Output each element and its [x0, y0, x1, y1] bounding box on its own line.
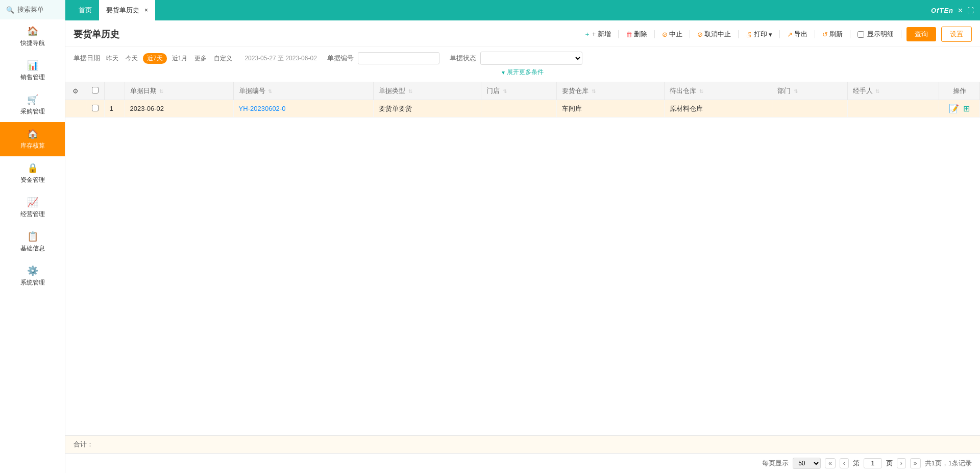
tab-requisition-history[interactable]: 要货单历史 ×	[99, 0, 155, 20]
row-doc-no[interactable]: YH-20230602-0	[233, 100, 374, 117]
search-menu-label: 搜索菜单	[17, 5, 44, 14]
col-handler: 经手人 ⇅	[847, 82, 939, 100]
col-date-sort-icon[interactable]: ⇅	[159, 88, 163, 94]
col-req-warehouse-sort-icon[interactable]: ⇅	[592, 88, 596, 94]
search-menu-item[interactable]: 🔍 搜索菜单	[0, 0, 65, 19]
export-icon: ↗	[787, 31, 793, 38]
col-doc-type-sort-icon[interactable]: ⇅	[408, 88, 412, 94]
sidebar-item-purchase[interactable]: 🛒 采购管理	[0, 88, 65, 122]
divider-8	[901, 30, 901, 38]
divider-2	[654, 30, 655, 38]
col-shop-sort-icon[interactable]: ⇅	[503, 88, 507, 94]
sidebar-item-system[interactable]: ⚙️ 系统管理	[0, 259, 65, 293]
col-date-label: 单据日期	[130, 87, 157, 94]
date-filter-group: 单据日期 昨天 今天 近7天 近1月 更多 自定义	[74, 53, 234, 64]
row-date: 2023-06-02	[125, 100, 233, 117]
next-page-button[interactable]: ›	[897, 458, 906, 468]
close-window-icon[interactable]: ✕	[958, 7, 963, 14]
row-pending-warehouse: 原材料仓库	[664, 100, 772, 117]
divider-5	[779, 30, 780, 38]
doc-no-input[interactable]	[358, 52, 439, 64]
col-department-sort-icon[interactable]: ⇅	[794, 88, 798, 94]
display-detail-toggle[interactable]: 显示明细	[855, 29, 896, 40]
divider-4	[738, 30, 739, 38]
expand-more-button[interactable]: ▾ 展开更多条件	[74, 68, 972, 77]
sidebar-item-inventory[interactable]: 🏠 库存核算	[0, 122, 65, 156]
setting-button[interactable]: 设置	[941, 27, 972, 42]
tab-home[interactable]: 首页	[71, 0, 99, 20]
query-button[interactable]: 查询	[906, 27, 936, 41]
tab-requisition-history-label: 要货单历史	[106, 6, 139, 15]
page-number-input[interactable]	[864, 458, 882, 468]
col-doc-no: 单据编号 ⇅	[233, 82, 374, 100]
row-select-checkbox[interactable]	[92, 105, 99, 111]
sidebar-item-quick-nav[interactable]: 🏠 快捷导航	[0, 19, 65, 54]
date-range-display: 2023-05-27 至 2023-06-02	[244, 54, 316, 63]
display-detail-checkbox[interactable]	[857, 31, 864, 38]
sidebar-item-base[interactable]: 📋 基础信息	[0, 225, 65, 259]
row-doc-type: 要货单要货	[374, 100, 481, 117]
display-detail-label: 显示明细	[867, 30, 894, 39]
row-detail-icon[interactable]: ⊞	[963, 104, 970, 113]
sidebar-item-sales[interactable]: 📊 销售管理	[0, 54, 65, 88]
date-btn-custom[interactable]: 自定义	[212, 54, 234, 63]
maximize-window-icon[interactable]: ⛶	[967, 7, 974, 14]
sidebar-item-label-purchase: 采购管理	[20, 107, 45, 116]
expand-more-label: 展开更多条件	[507, 68, 544, 77]
date-btn-last7days[interactable]: 近7天	[143, 53, 167, 64]
prev-page-button[interactable]: ‹	[840, 458, 849, 468]
date-btn-yesterday[interactable]: 昨天	[104, 54, 120, 63]
export-button[interactable]: ↗ 导出	[785, 29, 810, 40]
date-btn-more[interactable]: 更多	[192, 54, 209, 63]
home-icon: 🏠	[27, 26, 38, 37]
search-icon: 🔍	[6, 6, 14, 14]
row-handler	[847, 100, 939, 117]
date-shortcuts: 昨天 今天 近7天 近1月 更多 自定义	[104, 53, 234, 64]
page-suffix: 页	[886, 459, 893, 468]
doc-no-filter-group: 单据编号	[327, 52, 439, 64]
tab-home-label: 首页	[79, 6, 92, 15]
page-title: 要货单历史	[74, 28, 119, 40]
footer-sum: 合计：	[65, 435, 980, 453]
col-handler-sort-icon[interactable]: ⇅	[875, 88, 879, 94]
col-doc-no-sort-icon[interactable]: ⇅	[268, 88, 272, 94]
doc-no-link[interactable]: YH-20230602-0	[239, 105, 286, 112]
row-edit-icon[interactable]: 📝	[949, 104, 959, 113]
row-checkbox[interactable]	[86, 100, 104, 117]
status-select[interactable]	[480, 52, 582, 65]
operation-icon: 📈	[27, 197, 38, 208]
chevron-down-icon: ▾	[502, 69, 505, 76]
last-page-button[interactable]: »	[910, 458, 921, 468]
sidebar-item-finance[interactable]: 🔒 资金管理	[0, 156, 65, 191]
page-size-select[interactable]: 50 10 20 100	[793, 458, 821, 469]
status-label: 单据状态	[450, 54, 476, 63]
col-req-warehouse-label: 要货仓库	[562, 87, 589, 94]
print-button[interactable]: 🖨 打印 ▾	[744, 29, 774, 40]
row-req-warehouse: 车间库	[556, 100, 664, 117]
stop-button[interactable]: ⊘ 中止	[660, 29, 684, 40]
stop-icon: ⊘	[662, 31, 668, 38]
col-settings[interactable]: ⚙	[65, 82, 86, 100]
new-button[interactable]: ＋ + 新增	[582, 29, 613, 40]
row-department	[772, 100, 847, 117]
status-filter-group: 单据状态	[450, 52, 582, 65]
sidebar-item-label-quick-nav: 快捷导航	[20, 39, 45, 48]
first-page-button[interactable]: «	[825, 458, 836, 468]
sidebar-item-label-sales: 销售管理	[20, 73, 45, 82]
brand-label: OfTEn	[931, 7, 953, 14]
col-pending-warehouse-sort-icon[interactable]: ⇅	[699, 88, 703, 94]
delete-button[interactable]: 🗑 删除	[624, 29, 649, 40]
divider-6	[815, 30, 815, 38]
col-department-label: 部门	[777, 87, 791, 94]
export-label: 导出	[794, 30, 807, 39]
cancel-stop-button[interactable]: ⊘ 取消中止	[695, 29, 733, 40]
divider-1	[618, 30, 619, 38]
refresh-button[interactable]: ↺ 刷新	[820, 29, 845, 40]
date-btn-today[interactable]: 今天	[124, 54, 140, 63]
tab-close-icon[interactable]: ×	[144, 7, 148, 14]
date-btn-last1month[interactable]: 近1月	[170, 54, 190, 63]
select-all-checkbox[interactable]	[92, 87, 99, 93]
sidebar-item-operation[interactable]: 📈 经营管理	[0, 191, 65, 225]
table-body: 1 2023-06-02 YH-20230602-0 要货单要货 车间库 原材料…	[65, 100, 980, 117]
col-doc-type-label: 单据类型	[379, 87, 405, 94]
